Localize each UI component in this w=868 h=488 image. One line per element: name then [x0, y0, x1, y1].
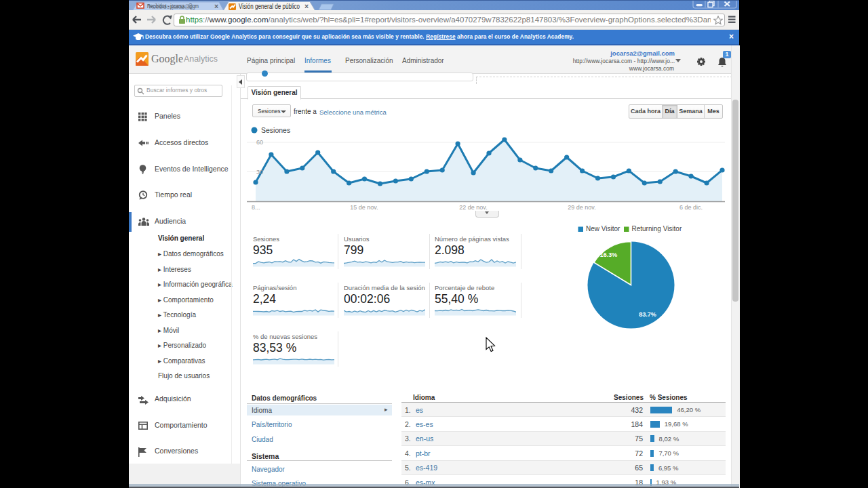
svg-text:16.3%: 16.3% — [600, 251, 618, 258]
svg-text:60: 60 — [256, 139, 263, 146]
svg-text:×: × — [304, 2, 309, 10]
svg-text:New Visitor: New Visitor — [586, 225, 620, 232]
svg-text:Returning Visitor: Returning Visitor — [632, 225, 682, 232]
svg-text:30: 30 — [256, 169, 263, 176]
svg-text:8...: 8... — [252, 204, 260, 211]
svg-text:29 de nov.: 29 de nov. — [568, 204, 595, 211]
svg-text:15 de nov.: 15 de nov. — [350, 204, 378, 211]
svg-text:Visión general de público: Visión general de público — [239, 3, 300, 10]
svg-text:83.7%: 83.7% — [639, 311, 656, 318]
svg-text:Recibidosjasa2@g: Recibidosjasa2@g — [149, 3, 193, 10]
svg-text:6 de dic.: 6 de dic. — [679, 204, 703, 211]
svg-text:Sesiones: Sesiones — [261, 126, 290, 134]
svg-text:22 de nov.: 22 de nov. — [459, 204, 487, 211]
svg-text:×: × — [214, 2, 218, 10]
